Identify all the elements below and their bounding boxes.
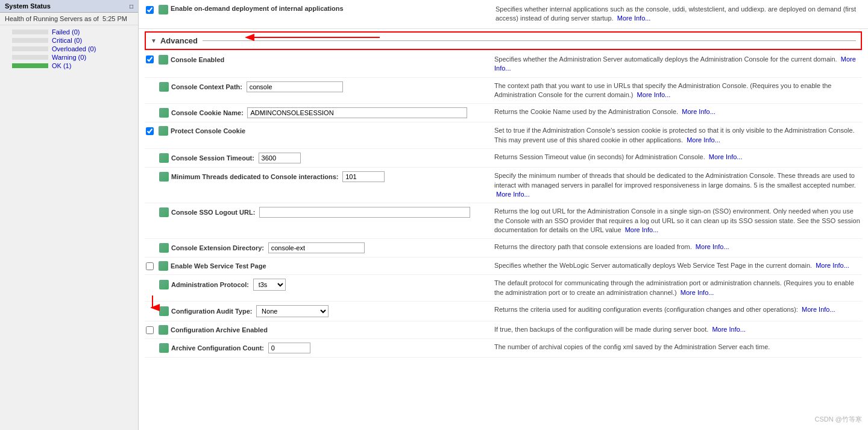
configuration-audit-type-more-info[interactable]: More Info... xyxy=(802,306,835,313)
status-row-critical: Critical (0) xyxy=(0,36,138,45)
console-context-path-label: Console Context Path: xyxy=(171,83,242,90)
on-demand-deploy-checkbox[interactable] xyxy=(146,6,154,14)
administration-protocol-description: The default protocol for communicating t… xyxy=(488,279,862,297)
status-row-ok: OK (1) xyxy=(0,62,138,70)
main-content: Enable on-demand deployment of internal … xyxy=(139,0,868,430)
status-bar-failed xyxy=(12,30,48,34)
console-session-timeout-more-info[interactable]: More Info... xyxy=(709,153,743,160)
archive-configuration-count-label: Archive Configuration Count: xyxy=(171,344,264,352)
configuration-archive-enabled-icon xyxy=(159,325,168,335)
status-bar-ok xyxy=(12,63,48,68)
advanced-label: Advanced xyxy=(160,36,198,45)
protect-console-cookie-description: Set to true if the Administration Consol… xyxy=(488,126,862,145)
console-context-path-input[interactable] xyxy=(247,81,343,92)
status-link-ok[interactable]: OK (1) xyxy=(52,62,71,69)
advanced-divider xyxy=(203,40,856,41)
sidebar: System Status □ Health of Running Server… xyxy=(0,0,139,430)
console-extension-directory-description: Returns the directory path that console … xyxy=(488,242,862,251)
on-demand-label: Enable on-demand deployment of internal … xyxy=(171,5,344,12)
console-session-timeout-icon xyxy=(159,153,169,163)
console-cookie-name-icon xyxy=(159,108,169,118)
configuration-audit-type-label: Configuration Audit Type: xyxy=(171,308,252,315)
min-threads-icon xyxy=(159,172,169,182)
console-context-path-more-info[interactable]: More Info... xyxy=(637,91,671,98)
configuration-archive-enabled-more-info[interactable]: More Info... xyxy=(712,326,746,333)
enable-web-service-test-page-label: Enable Web Service Test Page xyxy=(171,262,266,270)
protect-console-cookie-checkbox[interactable] xyxy=(146,127,154,135)
enable-web-service-test-page-description: Specifies whether the WebLogic Server au… xyxy=(488,261,862,270)
console-sso-logout-url-row: Console SSO Logout URL: Returns the log … xyxy=(145,203,862,239)
console-cookie-name-more-info[interactable]: More Info... xyxy=(682,108,715,115)
console-cookie-name-input[interactable] xyxy=(247,107,467,118)
archive-configuration-count-input[interactable] xyxy=(268,343,310,353)
console-context-path-description: The context path that you want to use in… xyxy=(488,81,862,100)
configuration-archive-enabled-description: If true, then backups of the configurati… xyxy=(488,325,862,334)
configuration-audit-type-icon xyxy=(159,306,169,316)
archive-configuration-count-description: The number of archival copies of the con… xyxy=(488,343,862,352)
status-link-failed[interactable]: Failed (0) xyxy=(52,28,80,36)
console-session-timeout-input[interactable] xyxy=(259,153,301,163)
console-extension-directory-row: Console Extension Directory: Returns the… xyxy=(145,239,862,258)
configuration-archive-enabled-row: Configuration Archive Enabled If true, t… xyxy=(145,321,862,339)
protect-console-cookie-more-info[interactable]: More Info... xyxy=(687,136,720,144)
min-threads-description: Specify the minimum number of threads th… xyxy=(488,171,862,199)
status-link-critical[interactable]: Critical (0) xyxy=(52,37,82,44)
advanced-triangle-icon[interactable]: ▼ xyxy=(151,37,157,44)
configuration-audit-type-description: Returns the criteria used for auditing c… xyxy=(488,305,862,314)
console-extension-directory-icon xyxy=(159,243,169,253)
administration-protocol-row: Administration Protocol: t3s t3 https ht… xyxy=(145,275,862,302)
administration-protocol-select[interactable]: t3s t3 https http xyxy=(253,279,286,291)
sidebar-title-text: System Status xyxy=(5,2,51,10)
on-demand-description: Specifies whether internal applications … xyxy=(489,5,861,24)
console-enabled-checkbox[interactable] xyxy=(146,55,154,63)
administration-protocol-more-info[interactable]: More Info... xyxy=(681,289,714,296)
console-enabled-row: Console Enabled Specifies whether the Ad… xyxy=(145,51,862,78)
configuration-audit-type-row: Configuration Audit Type: None Change Lo… xyxy=(145,302,862,321)
min-threads-label: Minimum Threads dedicated to Console int… xyxy=(171,173,338,180)
min-threads-more-info[interactable]: More Info... xyxy=(496,191,530,198)
console-enabled-icon xyxy=(159,55,168,65)
configuration-audit-type-select[interactable]: None Change Log Change Audit Both xyxy=(256,305,329,317)
status-link-warning[interactable]: Warning (0) xyxy=(52,54,86,61)
console-extension-directory-more-info[interactable]: More Info... xyxy=(696,243,729,250)
console-sso-logout-url-more-info[interactable]: More Info... xyxy=(625,226,659,233)
enable-web-service-test-page-more-info[interactable]: More Info... xyxy=(816,262,849,269)
min-threads-input[interactable] xyxy=(342,171,385,182)
sidebar-close-button[interactable]: □ xyxy=(130,3,133,10)
health-timestamp: 5:25 PM xyxy=(102,15,127,22)
enable-web-service-test-page-checkbox[interactable] xyxy=(146,262,154,270)
protect-console-cookie-icon xyxy=(159,126,168,136)
console-session-timeout-label: Console Session Timeout: xyxy=(171,154,254,162)
status-row-warning: Warning (0) xyxy=(0,53,138,62)
console-sso-logout-url-label: Console SSO Logout URL: xyxy=(171,209,255,216)
archive-configuration-count-row: Archive Configuration Count: The number … xyxy=(145,339,862,358)
console-session-timeout-description: Returns Session Timeout value (in second… xyxy=(488,153,862,162)
console-extension-directory-input[interactable] xyxy=(268,242,365,253)
console-sso-logout-url-input[interactable] xyxy=(259,207,470,218)
console-cookie-name-label: Console Cookie Name: xyxy=(171,109,244,116)
console-enabled-more-info[interactable]: More Info... xyxy=(494,55,856,72)
top-checkbox-row: Enable on-demand deployment of internal … xyxy=(139,0,868,29)
sidebar-status-items: Failed (0) Critical (0) Overloaded (0) W… xyxy=(0,25,138,72)
enable-web-service-test-page-icon xyxy=(159,261,168,271)
on-demand-more-info[interactable]: More Info... xyxy=(617,14,651,22)
health-label: Health of Running Servers as of xyxy=(5,15,99,22)
status-bar-warning xyxy=(12,55,48,60)
archive-configuration-count-icon xyxy=(159,343,169,353)
console-session-timeout-row: Console Session Timeout: Returns Session… xyxy=(145,149,862,168)
configuration-archive-enabled-checkbox[interactable] xyxy=(146,326,154,334)
console-sso-logout-url-description: Returns the log out URL for the Administ… xyxy=(488,207,862,235)
advanced-header: ▼ Advanced xyxy=(151,34,856,48)
status-bar-overloaded xyxy=(12,46,48,51)
status-bar-critical xyxy=(12,38,48,43)
on-demand-icon xyxy=(159,5,168,14)
administration-protocol-label: Administration Protocol: xyxy=(171,281,249,288)
console-enabled-label: Console Enabled xyxy=(171,56,224,63)
status-link-overloaded[interactable]: Overloaded (0) xyxy=(52,45,96,52)
form-section: Console Enabled Specifies whether the Ad… xyxy=(139,51,868,358)
console-cookie-name-description: Returns the Cookie Name used by the Admi… xyxy=(488,107,862,116)
console-sso-logout-url-icon xyxy=(159,207,169,217)
console-extension-directory-label: Console Extension Directory: xyxy=(171,244,264,251)
advanced-section-box: ▼ Advanced xyxy=(145,31,862,50)
console-context-path-icon xyxy=(159,82,169,92)
